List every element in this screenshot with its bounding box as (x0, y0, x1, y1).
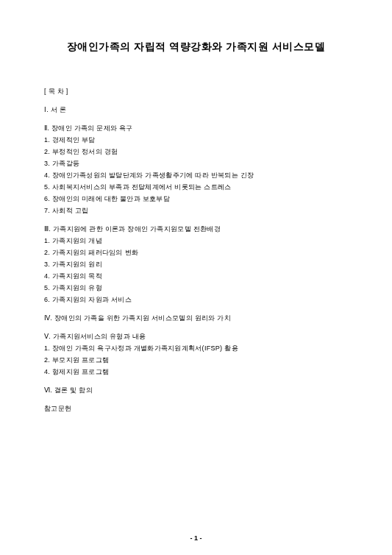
toc-label: [ 목 차 ] (44, 87, 348, 96)
section-2-item: 3. 가족갈등 (44, 159, 348, 169)
section-1: Ⅰ. 서 론 (44, 105, 348, 115)
document-title: 장애인가족의 자립적 역량강화와 가족지원 서비스모델 (44, 40, 348, 54)
section-2-item: 4. 장애인가족성원의 발달단계와 가족생활주기에 따라 반복되는 긴장 (44, 171, 348, 180)
section-5-item: 2. 부모지원 프로그램 (44, 356, 348, 365)
section-3-item: 1. 가족지원의 개념 (44, 236, 348, 246)
section-2-item: 1. 경제적인 부담 (44, 135, 348, 145)
section-2: Ⅱ. 장애인 가족의 문제와 욕구 1. 경제적인 부담 2. 부정적인 정서의… (44, 124, 348, 216)
page-number: - 1 - (0, 534, 392, 542)
section-3-item: 2. 가족지원의 패러다임의 변화 (44, 248, 348, 258)
section-3-item: 5. 가족지원의 유형 (44, 283, 348, 293)
section-3: Ⅲ. 가족지원에 관한 이론과 장애인 가족지원모델 전환배경 1. 가족지원의… (44, 225, 348, 305)
section-2-item: 6. 장애인의 미래에 대한 불안과 보호부담 (44, 194, 348, 204)
section-4: Ⅳ. 장애인의 가족을 위한 가족지원 서비스모델의 원리와 가치 (44, 314, 348, 323)
section-7: 참고문헌 (44, 404, 348, 414)
section-2-item: 2. 부정적인 정서의 경험 (44, 147, 348, 157)
section-2-item: 5. 사회복지서비스의 부족과 전달체계에서 비롯되는 스트레스 (44, 183, 348, 192)
section-3-heading: Ⅲ. 가족지원에 관한 이론과 장애인 가족지원모델 전환배경 (44, 225, 348, 234)
section-5-heading: Ⅴ. 가족지원서비스의 유형과 내용 (44, 332, 348, 342)
section-2-item: 7. 사회적 고립 (44, 206, 348, 216)
section-5-item: 4. 형제지원 프로그램 (44, 367, 348, 377)
section-4-heading: Ⅳ. 장애인의 가족을 위한 가족지원 서비스모델의 원리와 가치 (44, 314, 348, 323)
section-3-item: 6. 가족지원의 자원과 서비스 (44, 295, 348, 305)
section-1-heading: Ⅰ. 서 론 (44, 105, 348, 115)
section-6: Ⅵ. 결론 및 함의 (44, 386, 348, 395)
section-3-item: 4. 가족지원의 목적 (44, 272, 348, 281)
section-7-heading: 참고문헌 (44, 404, 348, 414)
section-5-item: 1. 장애인 가족의 욕구사정과 개별화가족지원계획서(IFSP) 활용 (44, 344, 348, 353)
section-3-item: 3. 가족지원의 원리 (44, 260, 348, 269)
section-2-heading: Ⅱ. 장애인 가족의 문제와 욕구 (44, 124, 348, 133)
section-6-heading: Ⅵ. 결론 및 함의 (44, 386, 348, 395)
section-5: Ⅴ. 가족지원서비스의 유형과 내용 1. 장애인 가족의 욕구사정과 개별화가… (44, 332, 348, 377)
